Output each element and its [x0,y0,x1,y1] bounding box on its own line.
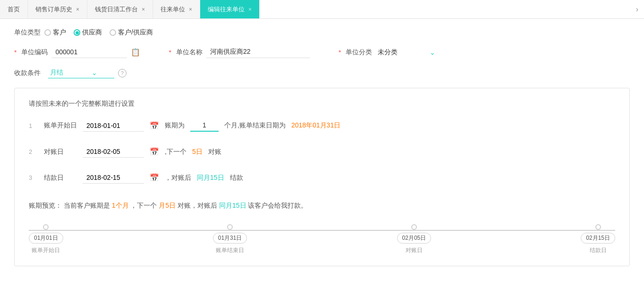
tab-counterparty[interactable]: 往来单位 × [153,0,200,18]
tab-edit-counterparty-label: 编辑往来单位 [208,5,245,14]
payment-date-input[interactable] [83,172,144,184]
unit-type-label: 单位类型 [14,28,41,37]
timeline-name-0: 账单开始日 [32,246,60,254]
timeline-point-3: 02月15日 结款日 [581,224,615,254]
timeline-badge-0: 01月01日 [29,233,63,244]
radio-customer-label: 客户 [53,28,66,37]
radio-customer-circle [44,29,51,36]
timeline-dot-3 [595,224,601,230]
tab-home-label: 首页 [8,5,20,14]
tab-cashflow-close[interactable]: × [142,6,145,13]
row-2-desc-prefix: ,下一个 [165,148,186,156]
payment-select[interactable]: 月结 ⌄ [48,68,114,78]
copy-icon[interactable]: 📋 [131,48,140,57]
payment-date-calendar-icon[interactable]: 📅 [150,173,159,182]
main-content: 单位类型 客户 供应商 客户/供应商 * 单位编码 [0,19,644,287]
preview-text-3: 对账，对账后 [178,202,217,209]
unit-name-label: 单位名称 [176,48,203,57]
tab-bar: 首页 销售订单历史 × 钱货日清工作台 × 往来单位 × 编辑往来单位 × › [0,0,644,19]
unit-info-row: * 单位编码 📋 * 单位名称 * 单位分类 未分类 ⌄ [14,46,630,58]
row-3-date-highlight: 同月15日 [197,174,224,182]
unit-name-input[interactable] [206,46,310,58]
unit-category-star: * [339,49,341,56]
unit-code-group: * 单位编码 📋 [14,46,140,58]
timeline-point-2: 02月05日 对账日 [397,224,432,254]
radio-customer[interactable]: 客户 [44,28,66,37]
setting-row-1: 1 账单开始日 📅 账期为 个月,账单结束日期为 2018年01月31日 [29,119,615,132]
unit-category-group: * 单位分类 未分类 ⌄ [339,48,435,57]
preview-teal: 同月15日 [219,202,246,209]
tab-edit-counterparty-close[interactable]: × [248,6,252,13]
radio-group: 客户 供应商 客户/供应商 [44,28,153,37]
timeline: 01月01日 账单开始日 01月31日 账单结束日 02月05日 对账日 02月… [29,224,615,254]
payment-label: 收款条件 [14,69,41,77]
payment-group: 收款条件 月结 ⌄ ? [14,68,127,78]
start-date-input[interactable] [83,120,144,132]
tab-counterparty-label: 往来单位 [161,5,185,14]
settings-card: 请按照未来的一个完整帐期进行设置 1 账单开始日 📅 账期为 个月,账单结束日期… [14,88,630,266]
payment-select-arrow: ⌄ [92,69,97,76]
radio-supplier-label: 供应商 [82,28,102,37]
tab-cashflow[interactable]: 钱货日清工作台 × [87,0,153,18]
row-label-1: 账单开始日 [44,121,77,130]
unit-type-group: 单位类型 客户 供应商 客户/供应商 [14,28,153,37]
setting-row-3: 3 结款日 📅 ，对账后 同月15日 结款 [29,172,615,184]
timeline-name-1: 账单结束日 [216,246,244,254]
row-2-date-highlight: 5日 [192,148,203,156]
tab-sales-history[interactable]: 销售订单历史 × [28,0,87,18]
row-1-date-highlight: 2018年01月31日 [291,121,340,130]
start-date-calendar-icon[interactable]: 📅 [150,121,159,130]
tab-home[interactable]: 首页 [0,0,28,18]
row-3-desc-suffix: 结款 [230,174,243,182]
reconcile-date-input[interactable] [83,146,144,158]
tab-sales-history-close[interactable]: × [76,6,79,13]
unit-code-input[interactable] [51,46,127,58]
tab-sales-history-label: 销售订单历史 [35,5,72,14]
timeline-point-1: 01月31日 账单结束日 [213,224,247,254]
reconcile-date-calendar-icon[interactable]: 📅 [150,147,159,156]
preview-orange-2: 月5日 [159,202,176,209]
timeline-dot-1 [227,224,233,230]
timeline-badge-2: 02月05日 [397,233,432,244]
card-title: 请按照未来的一个完整帐期进行设置 [29,100,615,108]
preview-text-4: 该客户会给我打款。 [248,202,307,209]
row-number-2: 2 [29,148,38,155]
row-1-desc-prefix: 账期为 [165,121,185,130]
timeline-point-0: 01月01日 账单开始日 [29,224,63,254]
payment-row: 收款条件 月结 ⌄ ? [14,68,630,78]
tab-counterparty-close[interactable]: × [189,6,192,13]
unit-name-star: * [169,49,171,56]
preview-orange-1: 1个月 [112,202,129,209]
timeline-points: 01月01日 账单开始日 01月31日 账单结束日 02月05日 对账日 02月… [29,224,615,254]
help-icon[interactable]: ? [118,69,127,77]
unit-name-group: * 单位名称 [169,46,310,58]
radio-both[interactable]: 客户/供应商 [110,28,153,37]
month-input[interactable] [190,119,219,132]
tab-edit-counterparty[interactable]: 编辑往来单位 × [200,0,260,18]
timeline-badge-1: 01月31日 [213,233,247,244]
timeline-name-2: 对账日 [406,246,423,254]
timeline-dot-2 [411,224,417,230]
timeline-dot-0 [43,224,49,230]
preview-text-2: ，下一个 [130,202,157,209]
radio-both-label: 客户/供应商 [118,28,153,37]
radio-supplier[interactable]: 供应商 [74,28,102,37]
radio-supplier-circle [74,29,80,36]
row-3-desc-prefix: ，对账后 [165,174,191,182]
row-2-desc-suffix: 对账 [208,148,221,156]
row-number-3: 3 [29,174,38,181]
tab-more-button[interactable]: › [630,0,644,18]
radio-both-circle [110,29,116,36]
unit-category-arrow[interactable]: ⌄ [430,49,435,56]
setting-row-2: 2 对账日 📅 ,下一个 5日 对账 [29,146,615,158]
timeline-name-3: 结款日 [590,246,607,254]
preview-text: 账期预览： 当前客户账期是 1个月 ，下一个 月5日 对账，对账后 同月15日 … [29,198,615,210]
timeline-badge-3: 02月15日 [581,233,615,244]
unit-category-value: 未分类 [378,48,398,57]
unit-code-star: * [14,49,17,56]
unit-type-row: 单位类型 客户 供应商 客户/供应商 [14,28,630,37]
preview-text-1: 当前客户账期是 [64,202,110,209]
row-1-desc-suffix: 个月,账单结束日期为 [224,121,286,130]
unit-category-label: 单位分类 [346,48,372,57]
tab-cashflow-label: 钱货日清工作台 [95,5,138,14]
